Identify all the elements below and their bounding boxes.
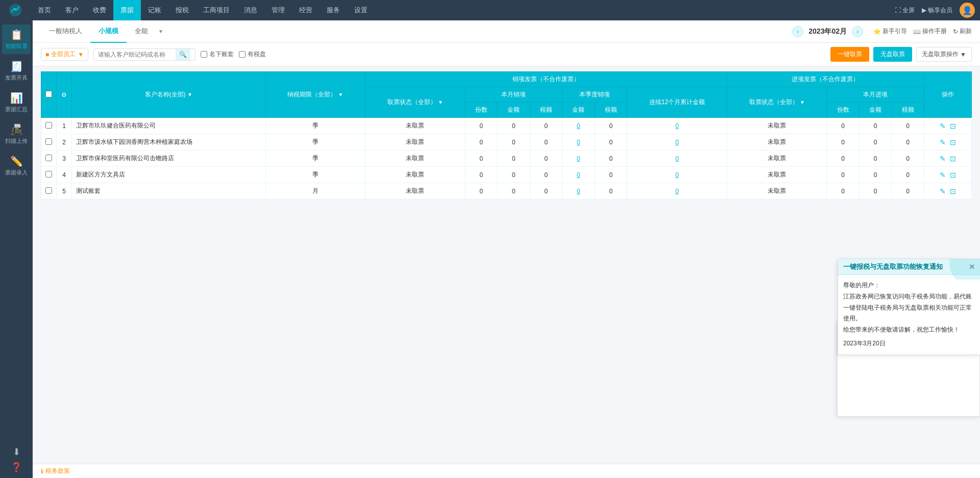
row-checkbox-3[interactable]: [41, 167, 57, 183]
nav-item-account[interactable]: 记账: [141, 0, 168, 20]
tab-general-taxpayer[interactable]: 一般纳税人: [41, 20, 90, 43]
tax-period-filter-icon[interactable]: ▼: [338, 92, 344, 97]
edit-icon-4[interactable]: ✎: [940, 187, 946, 195]
refresh-btn[interactable]: ↻ 刷新: [953, 27, 972, 36]
sidebar-item-invoice-open[interactable]: 🧾 发票开具: [2, 56, 31, 86]
search-input[interactable]: [94, 49, 176, 60]
sidebar-item-smart-ticket[interactable]: 📋 智能取票: [2, 24, 31, 54]
logo: [5, 0, 26, 20]
notification-close-btn[interactable]: ✕: [969, 263, 975, 271]
filter-chevron-icon: ▼: [78, 51, 84, 58]
nav-item-home[interactable]: 首页: [31, 0, 58, 20]
tax-policy-link[interactable]: ℹ 税务政策: [41, 467, 70, 475]
date-prev-btn[interactable]: ‹: [792, 26, 803, 37]
view-icon-2[interactable]: ⊡: [950, 155, 956, 163]
row-checkbox-2[interactable]: [41, 150, 57, 167]
sidebar-bottom-help[interactable]: ❓: [11, 462, 22, 473]
nav-item-settings[interactable]: 设置: [347, 0, 375, 20]
nav-item-service[interactable]: 服务: [320, 0, 347, 20]
nav-item-tax[interactable]: 报税: [168, 0, 196, 20]
row-sales-quarter-amount-4: 0: [562, 183, 595, 199]
col-client-name: 客户名称(全部) ▼: [72, 72, 266, 118]
my-account-check[interactable]: 名下账套: [201, 50, 234, 59]
col-month-in: 本月进项: [827, 87, 924, 103]
sales-status-filter-icon[interactable]: ▼: [438, 99, 443, 105]
top-right-actions: ⭐ 新手引导 📖 操作手册 ↻ 刷新: [873, 27, 972, 36]
manual-btn[interactable]: 📖 操作手册: [913, 27, 947, 36]
col-in-cancel-status: 取票状态（全部） ▼: [727, 87, 827, 118]
row-checkbox-1[interactable]: [41, 134, 57, 150]
toolbar: ■ 全部员工 ▼ 🔍 名下账套 有税盘 一键取票 无盘取票 无盘取票操作: [33, 43, 980, 66]
notification-body: 尊敬的用户： 江苏政务网已恢复访问电子税务局功能，易代账一键登陆电子税务局与无盘…: [838, 275, 980, 355]
view-icon-3[interactable]: ⊡: [950, 171, 956, 179]
row-in-month-amount-4: 0: [859, 183, 892, 199]
row-sales-month-tax-1: 0: [530, 134, 562, 150]
svg-point-1: [14, 8, 16, 11]
tab-all-nav[interactable]: 全能 ▼: [127, 20, 163, 42]
edit-icon-2[interactable]: ✎: [940, 155, 946, 163]
col-in-group: 进项发票（不合作废票）: [727, 72, 924, 87]
new-guide-btn[interactable]: ⭐ 新手引导: [873, 27, 907, 36]
row-in-month-count-2: 0: [827, 150, 860, 167]
nav-item-charge[interactable]: 收费: [86, 0, 113, 20]
has-tax-check[interactable]: 有税盘: [239, 50, 266, 59]
row-sales-month-count-4: 0: [465, 183, 498, 199]
row-no-0: 1: [57, 118, 72, 134]
tab-all[interactable]: 全能: [127, 20, 156, 43]
has-tax-checkbox[interactable]: [239, 51, 246, 58]
row-sales-status-0: 未取票: [365, 118, 465, 134]
date-next-btn[interactable]: ›: [852, 26, 863, 37]
edit-icon-1[interactable]: ✎: [940, 138, 946, 146]
search-button[interactable]: 🔍: [176, 49, 190, 60]
row-sales-month-amount-4: 0: [498, 183, 530, 199]
no-disk-ticket-btn[interactable]: 无盘取票: [873, 47, 912, 62]
edit-icon-0[interactable]: ✎: [940, 122, 946, 130]
date-display: 2023年02月: [808, 27, 847, 36]
member-btn[interactable]: ▶ 畅享会员: [922, 6, 952, 15]
top-navigation: 首页 客户 收费 票据 记账 报税 工商项目 消息 管理 经营 服务 设置 ⛶ …: [0, 0, 980, 20]
table-row: 3 卫辉市保和堂医药有限公司击蟾路店 季 未取票 0 0 0 0 0 0 未取票…: [41, 150, 972, 167]
row-sales-quarter-tax-0: 0: [595, 118, 627, 134]
tab-small-scale[interactable]: 小规模: [90, 20, 127, 43]
no-disk-ops-btn[interactable]: 无盘取票操作 ▼: [916, 47, 972, 62]
sidebar-item-ticket-entry[interactable]: ✏️ 票据录入: [2, 151, 31, 181]
nav-item-operate[interactable]: 经营: [292, 0, 320, 20]
row-checkbox-0[interactable]: [41, 118, 57, 134]
settings-icon[interactable]: ⚙: [61, 91, 67, 98]
nav-item-manage[interactable]: 管理: [264, 0, 292, 20]
date-navigator: ‹ 2023年02月 ›: [792, 26, 863, 37]
view-icon-0[interactable]: ⊡: [950, 122, 956, 130]
row-in-month-count-4: 0: [827, 183, 860, 199]
nav-item-ticket[interactable]: 票据: [113, 0, 141, 20]
view-icon-1[interactable]: ⊡: [950, 138, 956, 146]
col-sales-group: 销项发票（不合作废票）: [365, 72, 727, 87]
row-tax-period-2: 季: [265, 150, 365, 167]
fullscreen-btn[interactable]: ⛶ 全屏: [895, 6, 915, 15]
sidebar-item-ticket-summary[interactable]: 📊 票据汇总: [2, 88, 31, 117]
row-actions-1: ✎ ⊡: [924, 134, 971, 150]
nav-item-client[interactable]: 客户: [58, 0, 86, 20]
row-in-month-tax-3: 0: [892, 167, 924, 183]
row-sales-month-amount-3: 0: [498, 167, 530, 183]
nav-item-business[interactable]: 工商项目: [196, 0, 237, 20]
ops-chevron-icon: ▼: [960, 51, 966, 58]
avatar[interactable]: 👤: [960, 3, 975, 18]
row-in-month-amount-0: 0: [859, 118, 892, 134]
one-key-ticket-btn[interactable]: 一键取票: [830, 47, 869, 62]
smart-ticket-icon: 📋: [10, 29, 23, 41]
row-checkbox-4[interactable]: [41, 183, 57, 199]
select-all-checkbox[interactable]: [45, 91, 52, 97]
col-in-month-amount: 金额: [859, 103, 892, 118]
nav-item-message[interactable]: 消息: [237, 0, 264, 20]
my-account-checkbox[interactable]: [201, 51, 207, 58]
col-sales-month-amount: 金额: [498, 103, 530, 118]
sidebar-item-scan-upload[interactable]: 📠 扫描上传: [2, 119, 31, 149]
row-tax-period-4: 月: [265, 183, 365, 199]
sidebar-bottom-download[interactable]: ⬇: [13, 446, 20, 458]
row-sales-quarter-tax-2: 0: [595, 150, 627, 167]
in-status-filter-icon[interactable]: ▼: [800, 99, 805, 105]
client-filter-icon[interactable]: ▼: [187, 92, 192, 97]
view-icon-4[interactable]: ⊡: [950, 187, 956, 195]
employee-filter[interactable]: ■ 全部员工 ▼: [41, 48, 88, 61]
edit-icon-3[interactable]: ✎: [940, 171, 946, 179]
